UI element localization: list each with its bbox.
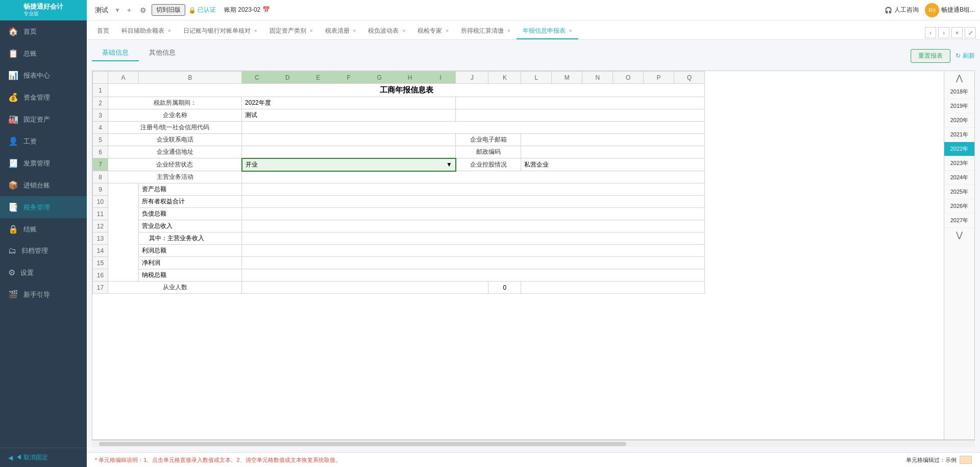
sub-tab-basic[interactable]: 基础信息 xyxy=(92,45,139,61)
close-icon[interactable]: × xyxy=(353,28,356,34)
sidebar-item-archive[interactable]: 🗂 归档管理 xyxy=(0,240,87,262)
new-tab-button[interactable]: ＋ xyxy=(124,6,135,15)
net-profit-cell[interactable] xyxy=(242,257,705,269)
close-icon[interactable]: × xyxy=(507,28,510,34)
col-header-k[interactable]: K xyxy=(488,72,521,84)
switch-old-version-button[interactable]: 切到旧版 xyxy=(152,4,185,16)
col-header-l[interactable]: L xyxy=(521,72,552,84)
sidebar-item-payroll[interactable]: 👤 工资 xyxy=(0,130,87,152)
col-header-e[interactable]: E xyxy=(303,72,333,84)
revenue-cell[interactable] xyxy=(242,220,705,232)
year-2026[interactable]: 2026年 xyxy=(944,199,974,214)
sheet-title-cell[interactable]: 工商年报信息表 xyxy=(108,84,705,97)
main-revenue-sub-cell[interactable] xyxy=(242,232,705,245)
row-num: 12 xyxy=(93,220,108,232)
sidebar-item-purchase-sales[interactable]: 📦 进销台账 xyxy=(0,174,87,196)
employees-value-cell[interactable]: 0 xyxy=(488,282,521,294)
col-header-c[interactable]: C xyxy=(242,72,273,84)
year-2022[interactable]: 2022年 xyxy=(944,142,974,156)
liabilities-cell[interactable] xyxy=(242,208,705,220)
col-header-m[interactable]: M xyxy=(552,72,582,84)
tab-journal-bank[interactable]: 日记账与银行对账单核对 × xyxy=(177,24,263,39)
tab-tax-inspection[interactable]: 税检专家 × xyxy=(411,24,455,39)
col-header-b[interactable]: B xyxy=(138,72,241,84)
close-icon[interactable]: × xyxy=(310,28,313,34)
year-2020[interactable]: 2020年 xyxy=(944,113,974,128)
sidebar-item-close[interactable]: 🔒 结账 xyxy=(0,218,87,240)
year-2027[interactable]: 2027年 xyxy=(944,214,974,228)
total-assets-cell[interactable] xyxy=(242,183,705,196)
profit-cell[interactable] xyxy=(242,245,705,257)
tab-expand-button[interactable]: ⤢ xyxy=(965,27,976,38)
tab-subject-balance[interactable]: 科目辅助余额表 × xyxy=(115,24,177,39)
sidebar-item-reports[interactable]: 📊 报表中心 xyxy=(0,64,87,86)
user-profile[interactable]: Rit 畅捷通B组... xyxy=(925,3,975,17)
year-2021[interactable]: 2021年 xyxy=(944,128,974,142)
email-cell[interactable] xyxy=(521,134,705,146)
tab-prev-button[interactable]: ‹ xyxy=(925,27,936,38)
tab-tax-table[interactable]: 税表清册 × xyxy=(319,24,362,39)
tab-settings-button[interactable]: ⚙ xyxy=(138,6,149,14)
main-biz-cell[interactable] xyxy=(242,171,705,183)
col-header-o[interactable]: O xyxy=(613,72,644,84)
address-cell[interactable] xyxy=(242,146,456,158)
tab-tax-fluctuation[interactable]: 税负波动表 × xyxy=(362,24,411,39)
spreadsheet-main[interactable]: A B C D E F G H I J K L xyxy=(92,71,944,439)
tab-home[interactable]: 首页 xyxy=(91,24,115,39)
sidebar-item-tax[interactable]: 📑 税务管理 xyxy=(0,196,87,218)
holding-cell[interactable]: 私营企业 xyxy=(521,158,705,171)
col-header-a[interactable]: A xyxy=(108,72,139,84)
close-icon[interactable]: × xyxy=(168,28,171,34)
close-icon[interactable]: × xyxy=(402,28,405,34)
close-icon[interactable]: × xyxy=(569,28,572,34)
sidebar-item-assets[interactable]: 🏭 固定资产 xyxy=(0,108,87,130)
employees-cell[interactable] xyxy=(242,282,488,294)
close-icon[interactable]: × xyxy=(254,28,257,34)
col-header-j[interactable]: J xyxy=(456,72,488,84)
customer-support-button[interactable]: 🎧 人工咨询 xyxy=(885,6,919,14)
col-header-q[interactable]: Q xyxy=(674,72,705,84)
year-2019[interactable]: 2019年 xyxy=(944,99,974,113)
tab-annual-report[interactable]: 年报信息申报表 × xyxy=(517,24,578,39)
sidebar-item-funds[interactable]: 💰 资金管理 xyxy=(0,86,87,108)
year-2018[interactable]: 2018年 xyxy=(944,85,974,99)
year-2023[interactable]: 2023年 xyxy=(944,156,974,171)
tab-income-tax[interactable]: 所得税汇算清缴 × xyxy=(455,24,517,39)
current-tab-name[interactable]: 测试 xyxy=(92,6,111,15)
tab-next-button[interactable]: › xyxy=(938,27,949,38)
funds-icon: 💰 xyxy=(8,92,18,102)
tax-total-cell[interactable] xyxy=(242,269,705,282)
sidebar-item-guide[interactable]: 🎬 新手引导 xyxy=(0,284,87,306)
year-2025[interactable]: 2025年 xyxy=(944,185,974,199)
year-scroll-down-button[interactable]: ⋁ xyxy=(944,228,974,242)
col-header-p[interactable]: P xyxy=(644,72,674,84)
sidebar-item-ledger[interactable]: 📋 总账 xyxy=(0,42,87,64)
col-header-d[interactable]: D xyxy=(273,72,303,84)
postcode-cell[interactable] xyxy=(521,146,705,158)
col-header-n[interactable]: N xyxy=(582,72,613,84)
col-header-f[interactable]: F xyxy=(333,72,364,84)
sidebar-item-invoice[interactable]: 🧾 发票管理 xyxy=(0,152,87,174)
col-header-g[interactable]: G xyxy=(364,72,395,84)
col-header-i[interactable]: I xyxy=(425,72,456,84)
sub-tab-other[interactable]: 其他信息 xyxy=(139,45,186,61)
horizontal-scrollbar[interactable] xyxy=(92,440,975,447)
refresh-button[interactable]: ↻ 刷新 xyxy=(955,52,975,60)
tab-close-all-button[interactable]: × xyxy=(951,27,963,38)
period-value-cell[interactable]: 2022年度 xyxy=(242,97,456,109)
tab-dropdown-arrow[interactable]: ▼ xyxy=(114,7,120,14)
year-2024[interactable]: 2024年 xyxy=(944,171,974,185)
biz-status-cell[interactable]: 开业 ▼ xyxy=(242,158,456,171)
reg-no-cell[interactable] xyxy=(242,122,705,134)
unpin-sidebar-button[interactable]: ◀ ◀ 取消固定 xyxy=(0,448,87,467)
sidebar-item-settings[interactable]: ⚙ 设置 xyxy=(0,262,87,284)
company-name-cell[interactable]: 测试 xyxy=(242,109,456,122)
close-icon[interactable]: × xyxy=(446,28,449,34)
reset-report-button[interactable]: 重置报表 xyxy=(911,49,950,63)
sidebar-item-home[interactable]: 🏠 首页 xyxy=(0,20,87,42)
year-scroll-up-button[interactable]: ⋀ xyxy=(944,71,974,85)
col-header-h[interactable]: H xyxy=(395,72,425,84)
phone-cell[interactable] xyxy=(242,134,456,146)
tab-fixed-asset-category[interactable]: 固定资产类别 × xyxy=(263,24,319,39)
equity-cell[interactable] xyxy=(242,196,705,208)
